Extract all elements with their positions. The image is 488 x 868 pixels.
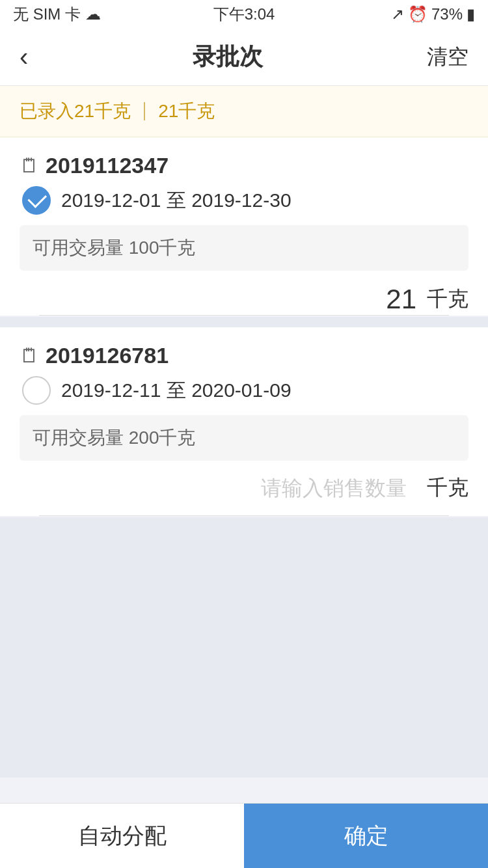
- batch-qty-row-1: 21 千克: [20, 271, 468, 315]
- batch-item-1: 🗒 2019112347 2019-12-01 至 2019-12-30 可用交…: [0, 137, 488, 316]
- batch-id-1: 2019112347: [46, 153, 169, 178]
- clear-button[interactable]: 清空: [427, 43, 468, 72]
- section-separator: [0, 317, 488, 327]
- info-banner: 已录入21千克 21千克: [0, 86, 488, 137]
- total-label: 21千克: [158, 99, 215, 124]
- batch-input-row-2: 千克: [20, 461, 468, 515]
- batch-item-2: 🗒 2019126781 2019-12-11 至 2020-01-09 可用交…: [0, 327, 488, 516]
- batch-date-row-1: 2019-12-01 至 2019-12-30: [22, 186, 468, 215]
- alarm-icon: ⏰: [408, 5, 427, 23]
- page-title: 录批次: [193, 41, 263, 73]
- batch-available-2: 可用交易量 200千克: [20, 415, 468, 461]
- location-icon: ↗: [391, 5, 404, 23]
- batch-doc-icon-2: 🗒: [20, 345, 39, 367]
- status-bar: 无 SIM 卡 ☁ 下午3:04 ↗ ⏰ 73% ▮: [0, 0, 488, 29]
- batch-qty-value-1: 21: [386, 284, 416, 315]
- status-right: ↗ ⏰ 73% ▮: [391, 5, 475, 23]
- batch-checkbox-1[interactable]: [22, 186, 51, 215]
- recorded-label: 已录入21千克: [20, 99, 131, 124]
- batch-header-2: 🗒 2019126781: [20, 343, 468, 368]
- confirm-button[interactable]: 确定: [244, 804, 488, 868]
- batch-unit-2: 千克: [427, 474, 468, 502]
- batch-divider-2: [39, 515, 449, 516]
- battery-icon: ▮: [467, 5, 475, 23]
- batch-header-1: 🗒 2019112347: [20, 153, 468, 178]
- batch-date-row-2: 2019-12-11 至 2020-01-09: [22, 376, 468, 405]
- back-button[interactable]: ‹: [20, 42, 28, 72]
- nav-bar: ‹ 录批次 清空: [0, 29, 488, 86]
- batch-quantity-input-2[interactable]: [156, 476, 416, 500]
- batch-date-2: 2019-12-11 至 2020-01-09: [61, 377, 291, 404]
- batch-checkbox-2[interactable]: [22, 376, 51, 405]
- batch-id-2: 2019126781: [46, 343, 169, 368]
- footer: 自动分配 确定: [0, 803, 488, 868]
- batch-doc-icon-1: 🗒: [20, 155, 39, 177]
- banner-divider: [144, 102, 145, 120]
- batch-divider-1: [39, 315, 449, 316]
- no-sim-label: 无 SIM 卡 ☁: [13, 4, 101, 25]
- status-left: 无 SIM 卡 ☁: [13, 4, 101, 25]
- batch-available-1: 可用交易量 100千克: [20, 225, 468, 271]
- bottom-area: [0, 517, 488, 778]
- battery-label: 73%: [431, 5, 463, 23]
- status-time: 下午3:04: [213, 4, 275, 25]
- batch-date-1: 2019-12-01 至 2019-12-30: [61, 187, 291, 214]
- batch-qty-unit-1: 千克: [427, 285, 468, 314]
- auto-distribute-button[interactable]: 自动分配: [0, 804, 244, 868]
